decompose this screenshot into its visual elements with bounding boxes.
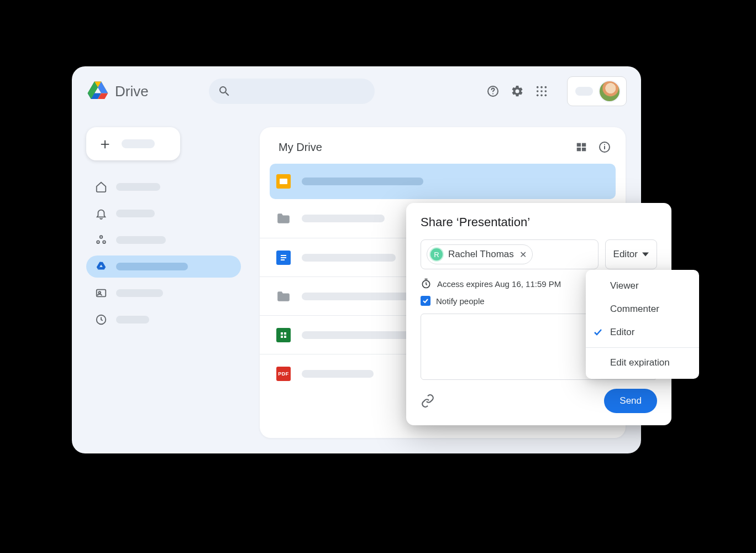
svg-rect-39 xyxy=(284,336,286,338)
dialog-title: Share ‘Presentation’ xyxy=(421,215,657,229)
svg-point-9 xyxy=(545,86,547,88)
sidebar-item-shared[interactable] xyxy=(86,282,241,304)
sidebar-item-recent[interactable] xyxy=(86,309,241,331)
svg-point-8 xyxy=(540,86,543,88)
sidebar-nav xyxy=(86,176,241,331)
svg-rect-35 xyxy=(281,259,285,260)
search-input[interactable] xyxy=(209,79,375,104)
role-option-viewer[interactable]: Viewer xyxy=(586,274,699,298)
check-icon xyxy=(422,298,429,304)
svg-rect-33 xyxy=(281,255,286,256)
edit-expiration-option[interactable]: Edit expiration xyxy=(586,351,699,374)
notify-label: Notify people xyxy=(436,296,485,306)
role-option-editor[interactable]: Editor xyxy=(586,321,699,344)
svg-rect-34 xyxy=(281,257,286,258)
timer-icon xyxy=(421,278,432,289)
sheets-icon xyxy=(276,328,291,342)
people-input[interactable]: R Rachel Thomas ✕ xyxy=(421,239,599,269)
person-avatar: R xyxy=(429,247,444,262)
svg-rect-27 xyxy=(577,148,581,151)
search-icon xyxy=(218,85,231,98)
svg-point-7 xyxy=(537,86,539,88)
caret-down-icon xyxy=(642,251,649,258)
avatar xyxy=(599,80,621,102)
access-expires-text: Access expires Aug 16, 11:59 PM xyxy=(437,279,561,289)
apps-icon[interactable] xyxy=(534,84,549,99)
plus-icon: ＋ xyxy=(97,136,113,152)
sidebar-item-home[interactable] xyxy=(86,176,241,198)
workspaces-icon xyxy=(95,234,107,246)
pdf-icon: PDF xyxy=(276,367,291,381)
svg-point-13 xyxy=(537,95,539,97)
remove-chip-icon[interactable]: ✕ xyxy=(518,249,528,260)
home-icon xyxy=(95,181,107,193)
role-option-commenter[interactable]: Commenter xyxy=(586,298,699,321)
notify-checkbox[interactable] xyxy=(421,296,431,306)
copy-link-icon[interactable] xyxy=(421,394,435,408)
logo-area: Drive xyxy=(86,80,149,103)
svg-point-11 xyxy=(540,90,543,92)
layout-toggle-icon[interactable] xyxy=(574,139,589,155)
docs-icon xyxy=(276,251,291,265)
sidebar-item-activity[interactable] xyxy=(86,202,241,225)
svg-rect-36 xyxy=(281,332,283,335)
new-button[interactable]: ＋ xyxy=(86,127,180,160)
svg-point-10 xyxy=(537,90,539,92)
person-chip[interactable]: R Rachel Thomas ✕ xyxy=(427,244,533,264)
settings-icon[interactable] xyxy=(510,84,525,99)
svg-rect-32 xyxy=(280,179,287,184)
bell-icon xyxy=(95,207,107,220)
header-actions xyxy=(485,76,627,106)
svg-point-6 xyxy=(492,93,494,95)
svg-rect-26 xyxy=(582,143,586,147)
main-header: My Drive xyxy=(260,139,626,164)
svg-point-31 xyxy=(604,144,605,145)
svg-point-16 xyxy=(100,236,103,238)
check-icon xyxy=(592,327,603,338)
help-icon[interactable] xyxy=(485,84,501,99)
role-dropdown[interactable]: Editor xyxy=(605,239,657,269)
svg-point-14 xyxy=(540,95,543,97)
app-name: Drive xyxy=(115,83,149,100)
dialog-footer: Send xyxy=(421,389,657,413)
svg-point-15 xyxy=(545,95,547,97)
folder-icon xyxy=(276,289,291,304)
folder-icon xyxy=(276,211,291,226)
shared-icon xyxy=(95,287,107,299)
svg-rect-38 xyxy=(281,336,283,338)
file-row[interactable] xyxy=(270,164,616,199)
account-switcher[interactable] xyxy=(567,76,627,106)
details-icon[interactable] xyxy=(597,139,612,155)
svg-rect-25 xyxy=(577,143,581,147)
svg-point-23 xyxy=(98,291,101,294)
person-name: Rachel Thomas xyxy=(448,249,514,260)
recent-icon xyxy=(95,314,107,326)
sidebar-item-workspaces[interactable] xyxy=(86,229,241,251)
svg-point-17 xyxy=(97,241,99,243)
svg-rect-28 xyxy=(582,148,586,151)
menu-divider xyxy=(586,347,699,348)
send-button[interactable]: Send xyxy=(604,389,657,413)
page-title: My Drive xyxy=(279,141,574,154)
svg-point-12 xyxy=(545,90,547,92)
svg-point-18 xyxy=(103,241,106,243)
role-label: Editor xyxy=(613,249,638,260)
drive-logo-icon xyxy=(86,80,109,103)
svg-rect-37 xyxy=(284,332,286,335)
sidebar: ＋ xyxy=(86,127,241,331)
drive-nav-icon xyxy=(95,260,107,273)
slides-icon xyxy=(276,174,291,189)
sidebar-item-drive[interactable] xyxy=(86,255,241,278)
account-placeholder xyxy=(575,87,593,96)
header: Drive xyxy=(72,66,641,112)
role-menu: Viewer Commenter Editor Edit expiration xyxy=(586,270,699,379)
